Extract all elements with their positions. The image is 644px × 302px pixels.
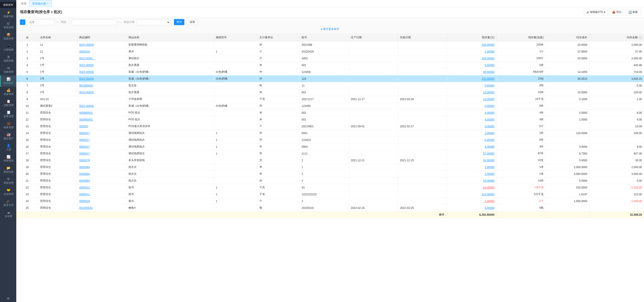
search-button[interactable]: 查询: [174, 19, 184, 25]
cell-qty-main[interactable]: 100.00000: [447, 75, 496, 82]
sidebar-item-invoice[interactable]: 🧾 发票管理: [0, 109, 16, 120]
sidebar-item-fixed-asset[interactable]: 🏭 固定资产: [0, 131, 16, 142]
settings-button[interactable]: 设置: [187, 19, 198, 25]
cell-code[interactable]: 0000017: [77, 130, 126, 137]
sidebar-item-asset[interactable]: 💰 资金管理: [0, 87, 16, 98]
cell-code[interactable]: [77, 96, 126, 103]
cell-qty-main[interactable]: 10.00000: [447, 96, 496, 103]
cell-produce-date: [349, 164, 398, 171]
product-filter[interactable]: [72, 19, 117, 25]
cell-code[interactable]: 000900001: [77, 109, 126, 116]
cell-qty-main[interactable]: 122.00000: [447, 191, 496, 198]
cell-code[interactable]: 001000031: [77, 205, 126, 211]
cell-code[interactable]: 0000029: [77, 48, 126, 55]
cell-warehouse: 2号: [38, 89, 77, 96]
cell-qty-main[interactable]: 10.00000: [447, 89, 496, 96]
tab-inventory-batch[interactable]: 库存批次查 ✕: [30, 0, 52, 7]
sidebar-item-basic[interactable]: 📂 基础信息: [0, 164, 16, 175]
cell-code[interactable]: 0023-00009: [77, 42, 126, 48]
filter-arrow-btn[interactable]: ›: [20, 20, 25, 25]
cell-code[interactable]: 0023-00008: [77, 103, 126, 109]
cell-code[interactable]: 0000029: [77, 198, 126, 205]
cell-qty-main[interactable]: 0.00000: [447, 123, 496, 130]
sidebar-item-system[interactable]: ⚙ 系统管理: [0, 175, 16, 187]
cell-qty-main[interactable]: 3.00000: [447, 143, 496, 150]
cell-qty-main[interactable]: 4.00000: [447, 109, 496, 116]
cell-batch: 0003: [300, 143, 349, 150]
cell-qty-main[interactable]: -16.00000: [447, 184, 496, 191]
cell-qty-main[interactable]: 49.60000: [447, 69, 496, 75]
cell-qty-main[interactable]: 10.00000: [447, 177, 496, 184]
sidebar-item-cloud[interactable]: ☁ 云应用: [0, 209, 16, 220]
sidebar-item-inventory[interactable]: 📊 库存核算: [0, 75, 16, 87]
cell-qty-main[interactable]: 0.00000: [447, 103, 496, 109]
cell-qty-main[interactable]: 4.00000: [447, 116, 496, 123]
cell-code[interactable]: 0000078: [77, 157, 126, 164]
print-button[interactable]: 🖨 按模板打印 ▾: [584, 9, 608, 15]
cell-code[interactable]: 0000017: [77, 150, 126, 157]
sidebar-item-tax[interactable]: 💼 税务管理: [0, 120, 16, 131]
sidebar-item-ecom[interactable]: 🖥 电商管理: [0, 53, 16, 64]
cell-code[interactable]: 001000026: [77, 82, 126, 89]
page-content: 现存量查询(按仓库＋批次) 🖨 按模板打印 ▾ 📤 导出 🔄 刷新: [16, 7, 644, 302]
cell-code[interactable]: 0000017: [77, 137, 126, 143]
cell-qty-main[interactable]: 0.00000: [447, 205, 496, 211]
sidebar-item-retail[interactable]: 🛒 零售管理: [0, 20, 16, 31]
cell-code[interactable]: 0000012: [77, 184, 126, 191]
sidebar-settings-icon[interactable]: ⚙: [0, 295, 16, 302]
cell-code[interactable]: 0023-00005: [77, 69, 126, 75]
sidebar-item-wholesale[interactable]: 📦 批发管理: [0, 31, 16, 42]
cell-code[interactable]: 0000012: [77, 191, 126, 198]
summary-qty-total: 6,302.60000: [447, 211, 496, 218]
product-dots[interactable]: ···: [119, 20, 122, 24]
cell-qty-main[interactable]: 10.00000: [447, 157, 496, 164]
amount-info-icon[interactable]: i: [639, 36, 642, 39]
cell-expire-date: 2021-12-25: [398, 157, 447, 164]
sidebar-item-collab[interactable]: 🤝 企业协同: [0, 187, 16, 198]
cell-qty-main[interactable]: 100.00000: [447, 55, 496, 62]
tab-home[interactable]: 首页: [18, 0, 30, 7]
cell-qty-main[interactable]: 1.00000: [447, 171, 496, 177]
cell-qty-main[interactable]: -1.00000: [447, 198, 496, 205]
tab-close-icon[interactable]: ✕: [47, 3, 49, 5]
sidebar-item-biz[interactable]: 📈 经营管理: [0, 153, 16, 164]
table-row: 21营营综仓0000084批次次米310.0000010米0.00000.00: [16, 177, 644, 184]
cell-qty-main[interactable]: 100.00000: [447, 42, 496, 48]
cell-code[interactable]: 0000084: [77, 171, 126, 177]
cell-code[interactable]: 0000017: [77, 143, 126, 150]
sidebar-item-hr[interactable]: 👤 工资: [0, 142, 16, 153]
cell-qty-main[interactable]: 87.00000: [447, 150, 496, 157]
cell-code[interactable]: 000900001: [77, 116, 126, 123]
warehouse-dots[interactable]: ···: [56, 20, 59, 24]
cell-code[interactable]: 0000084: [77, 177, 126, 184]
inventory-table: ⚙ 仓库名称 商品编码 商品名称 规格型号 主计量单位 批号 生产日期 失效日期…: [16, 34, 644, 218]
category-filter[interactable]: [136, 19, 170, 25]
cell-produce-date: [349, 198, 398, 205]
sidebar-item-purchase[interactable]: 🛍 采购管理: [0, 64, 16, 75]
cell-qty-main[interactable]: 1.00000: [447, 48, 496, 55]
sidebar-logo[interactable]: 搜索菜单: [0, 2, 16, 8]
cell-code[interactable]: 0023-0000…: [77, 55, 126, 62]
cell-code[interactable]: 0000084: [77, 164, 126, 171]
sidebar-item-overall[interactable]: 📋 总账管理: [0, 98, 16, 109]
cell-code[interactable]: 0023-00008: [77, 75, 126, 82]
cell-code[interactable]: 0023-00005: [77, 62, 126, 69]
cell-qty-main[interactable]: 0.00000: [447, 82, 496, 89]
warehouse-filter[interactable]: [27, 19, 54, 25]
cell-name: 批次次: [126, 164, 214, 171]
cell-qty-main[interactable]: 0.00000: [447, 62, 496, 69]
sidebar-item-newbie[interactable]: 🎓 新手引导: [0, 198, 16, 209]
settings-col-icon[interactable]: ⚙: [26, 36, 28, 39]
refresh-button[interactable]: 🔄 刷新: [626, 9, 640, 15]
cell-code[interactable]: 0023-00005: [77, 89, 126, 96]
cell-batch: 0001: [300, 130, 349, 137]
cell-qty-main[interactable]: 2.00000: [447, 130, 496, 137]
cell-qty-main[interactable]: 0.00000: [447, 137, 496, 143]
expand-conditions-btn[interactable]: ▾ 展开更多条件: [320, 27, 341, 32]
sidebar-item-quick-nav[interactable]: ⚡ 快捷导航: [0, 9, 16, 20]
export-button[interactable]: 📤 导出: [610, 9, 624, 15]
sidebar-item-mini-ecom[interactable]: 📱 小程电商: [0, 42, 16, 53]
cell-cost: 1.0000: [546, 116, 589, 123]
cell-code[interactable]: 000097: [77, 123, 126, 130]
cell-qty-main[interactable]: 1.00000: [447, 164, 496, 171]
